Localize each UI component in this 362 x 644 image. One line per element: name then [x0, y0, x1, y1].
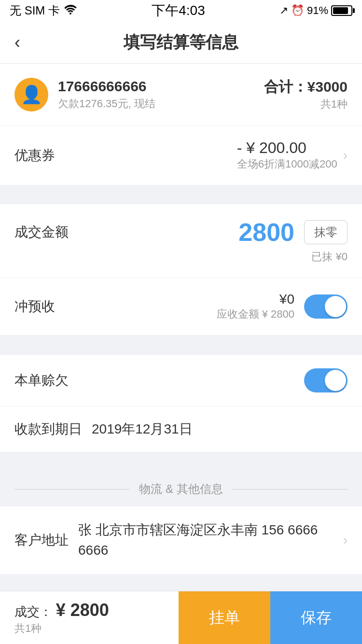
status-right: ↗ ⏰ 91% [279, 4, 352, 17]
user-info: 17666666666 欠款1276.35元, 现结 [58, 78, 264, 111]
page-title: 填写结算等信息 [124, 31, 238, 54]
address-label: 客户地址 [14, 531, 69, 549]
coupon-desc: 全场6折满1000减200 [237, 157, 337, 171]
battery-percent: 91% [307, 4, 328, 17]
hang-order-button[interactable]: 挂单 [179, 591, 270, 644]
logistics-label: 物流 & 其他信息 [139, 481, 223, 497]
prepay-right: ¥0 应收金额 ¥ 2800 [217, 292, 294, 322]
coupon-right: - ¥ 200.00 全场6折满1000减200 › [237, 139, 348, 171]
bottom-summary: 成交： ¥ 2800 共1种 [0, 600, 179, 636]
due-date-row: 收款到期日 2019年12月31日 [0, 406, 362, 452]
debt-label: 本单赊欠 [14, 371, 69, 390]
amount-label: 成交金额 [14, 223, 69, 241]
total-value: 合计：¥3000 [264, 77, 348, 97]
back-button[interactable]: ‹ [14, 32, 20, 53]
gray-divider-3 [0, 462, 362, 472]
total-count: 共1种 [264, 97, 348, 112]
battery-icon [331, 5, 352, 16]
debt-row: 本单赊欠 [0, 355, 362, 406]
user-info-card: 👤 17666666666 欠款1276.35元, 现结 合计：¥3000 共1… [0, 64, 362, 185]
divider-line-left [14, 489, 129, 490]
bottom-price: ¥ 2800 [56, 600, 109, 620]
bottom-bar: 成交： ¥ 2800 共1种 挂单 保存 [0, 591, 362, 644]
due-date-label: 收款到期日 [14, 420, 82, 438]
prepay-amount: ¥0 [217, 292, 294, 307]
logistics-divider: 物流 & 其他信息 [0, 472, 362, 506]
status-left: 无 SIM 卡 [10, 3, 77, 18]
gray-divider-1 [0, 195, 362, 204]
user-phone: 17666666666 [58, 78, 264, 95]
bottom-count: 共1种 [14, 621, 164, 636]
coupon-chevron-icon: › [343, 148, 348, 163]
round-btn[interactable]: 抹零 [304, 220, 348, 244]
status-time: 下午4:03 [152, 1, 205, 20]
divider-line-right [233, 489, 348, 490]
debt-toggle-knob [325, 370, 346, 391]
coupon-row[interactable]: 优惠券 - ¥ 200.00 全场6折满1000减200 › [0, 126, 362, 185]
gray-divider-2 [0, 345, 362, 355]
amount-card: 成交金额 2800 抹零 已抹 ¥0 冲预收 ¥0 应收金额 ¥ 2800 [0, 204, 362, 336]
status-bar: 无 SIM 卡 下午4:03 ↗ ⏰ 91% [0, 0, 362, 21]
address-chevron-icon: › [343, 532, 348, 548]
due-date-value: 2019年12月31日 [92, 420, 193, 438]
debt-toggle[interactable] [304, 368, 348, 392]
prepay-row: 冲预收 ¥0 应收金额 ¥ 2800 [0, 278, 362, 336]
amount-value-area: 2800 抹零 [238, 218, 348, 247]
nav-bar: ‹ 填写结算等信息 [0, 21, 362, 64]
amount-row: 成交金额 2800 抹零 [14, 218, 348, 247]
sim-text: 无 SIM 卡 [10, 3, 60, 18]
user-row: 👤 17666666666 欠款1276.35元, 现结 合计：¥3000 共1… [0, 64, 362, 126]
bottom-deal-row: 成交： ¥ 2800 [14, 600, 164, 620]
prepay-label: 冲预收 [14, 297, 55, 316]
address-content: 张 北京市市辖区海淀区永丰南 156 6666 6666 [78, 520, 343, 560]
coupon-label: 优惠券 [14, 146, 55, 165]
prepay-sub: 应收金额 ¥ 2800 [217, 307, 294, 322]
user-sub: 欠款1276.35元, 现结 [58, 97, 264, 111]
user-amount: 合计：¥3000 共1种 [264, 77, 348, 112]
bottom-deal-label: 成交： [14, 604, 52, 619]
address-row[interactable]: 客户地址 张 北京市市辖区海淀区永丰南 156 6666 6666 › [0, 506, 362, 574]
prepay-toggle-knob [325, 296, 346, 317]
prepay-toggle[interactable] [304, 294, 348, 319]
save-button[interactable]: 保存 [270, 591, 362, 644]
amount-sub: 已抹 ¥0 [14, 250, 348, 264]
wifi-icon [64, 4, 77, 17]
debt-card: 本单赊欠 收款到期日 2019年12月31日 [0, 355, 362, 452]
coupon-discount: - ¥ 200.00 [237, 139, 337, 157]
location-icon: ↗ [279, 4, 288, 17]
content: 👤 17666666666 欠款1276.35元, 现结 合计：¥3000 共1… [0, 64, 362, 644]
user-avatar-icon: 👤 [21, 84, 42, 105]
alarm-icon: ⏰ [291, 4, 304, 17]
amount-section: 成交金额 2800 抹零 已抹 ¥0 [0, 204, 362, 278]
amount-number: 2800 [238, 218, 294, 247]
avatar: 👤 [14, 78, 48, 112]
